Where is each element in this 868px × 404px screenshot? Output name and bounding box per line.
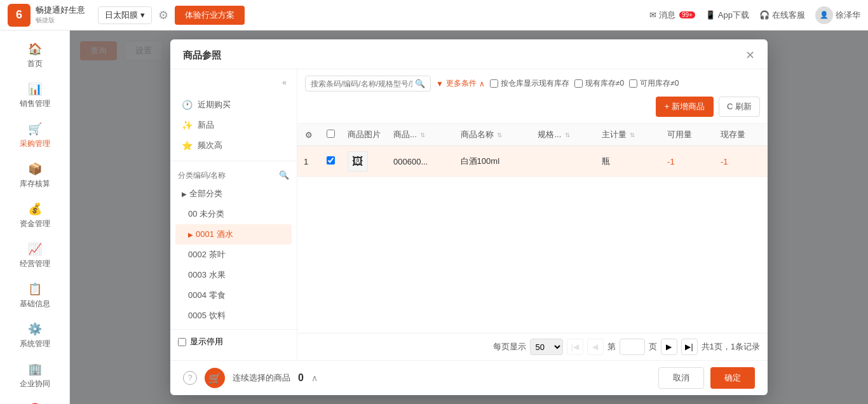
confirm-button[interactable]: 确定: [710, 367, 755, 389]
help-icon[interactable]: ?: [183, 371, 197, 385]
right-panel: 🔍 ▼ 更多条件 ∧ 按仓库显示现有库存: [297, 69, 768, 360]
td-checkbox-0[interactable]: [320, 146, 341, 177]
category-item-0[interactable]: ▶全部分类: [175, 184, 292, 204]
online-service-label: 在线客服: [772, 10, 805, 21]
pagination: 每页显示 2050100 |◀ ◀ 第 1 页 ▶ ▶| 共1页，1条记录: [297, 333, 768, 360]
table-body: 1 🖼 000600... 白酒100ml 瓶 -1 -1: [297, 146, 768, 177]
available-stock-checkbox[interactable]: 现有库存≠0: [574, 78, 624, 89]
add-product-button[interactable]: + 新增商品: [656, 97, 714, 117]
sidebar-item-5[interactable]: 📈经营管理: [0, 236, 69, 276]
sidebar-item-0[interactable]: 🏠首页: [0, 36, 69, 76]
row-checkbox-0[interactable]: [327, 156, 335, 165]
modal-title: 商品参照: [183, 50, 221, 62]
user-nav-item[interactable]: 👤 徐泽华: [815, 6, 860, 24]
category-item-1[interactable]: 00 未分类: [175, 204, 292, 224]
quick-icon-0: 🕐: [182, 100, 193, 110]
th-spec[interactable]: 规格... ⇅: [531, 124, 595, 146]
trial-button[interactable]: 体验行业方案: [175, 6, 245, 25]
category-label-4: 0003 水果: [188, 269, 226, 281]
sidebar-item-2[interactable]: 🛒采购管理: [0, 116, 69, 156]
quick-item-2[interactable]: ⭐频次高: [175, 135, 292, 156]
quick-item-0[interactable]: 🕐近期购买: [175, 95, 292, 115]
sidebar-icon-8: 🏢: [28, 362, 42, 376]
select-all-checkbox[interactable]: [327, 130, 335, 138]
th-name[interactable]: 商品名称 ⇅: [454, 124, 532, 146]
collapse-footer-button[interactable]: ∧: [311, 373, 318, 383]
footer-right: 取消 确定: [658, 367, 755, 389]
nav-selector[interactable]: 日太阳膜 ▾: [98, 6, 152, 24]
cancel-button[interactable]: 取消: [658, 367, 704, 389]
more-filter-button[interactable]: ▼ 更多条件 ∧: [436, 78, 485, 89]
sidebar-icon-3: 📦: [28, 162, 42, 176]
product-search-input[interactable]: [311, 79, 412, 88]
th-unit[interactable]: 主计量 ⇅: [595, 124, 661, 146]
category-label-2: 0001 酒水: [196, 229, 233, 240]
quick-item-1[interactable]: ✨新品: [175, 115, 292, 135]
th-code[interactable]: 商品... ⇅: [387, 124, 454, 146]
products-table: ⚙ 商品图片 商品... ⇅ 商品名称 ⇅ 规格... ⇅ 主计量 ⇅ 可用量: [297, 124, 768, 177]
sidebar-item-1[interactable]: 📊销售管理: [0, 76, 69, 116]
sidebar-item-9[interactable]: 🎯新手引导: [0, 396, 69, 404]
table-wrapper: ⚙ 商品图片 商品... ⇅ 商品名称 ⇅ 规格... ⇅ 主计量 ⇅ 可用量: [297, 124, 768, 333]
category-item-6[interactable]: 0005 饮料: [175, 306, 292, 326]
page-input[interactable]: 1: [620, 339, 645, 355]
online-service-nav-item[interactable]: 🎧 在线客服: [759, 10, 805, 21]
next-page-button[interactable]: ▶: [661, 339, 677, 355]
first-page-button[interactable]: |◀: [567, 339, 583, 355]
sidebar-label-8: 企业协同: [20, 379, 50, 389]
brand-name: 畅捷通好生意: [36, 5, 85, 16]
avatar-icon: 👤: [820, 11, 829, 19]
category-search-input[interactable]: [178, 171, 276, 180]
sidebar-label-6: 基础信息: [20, 299, 50, 309]
category-item-3[interactable]: 0002 茶叶: [175, 245, 292, 265]
selected-label: 连续选择的商品: [233, 372, 290, 384]
refresh-button[interactable]: C 刷新: [719, 97, 760, 117]
sidebar-item-3[interactable]: 📦库存核算: [0, 156, 69, 196]
category-label-1: 00 未分类: [188, 208, 224, 220]
category-item-4[interactable]: 0003 水果: [175, 265, 292, 285]
category-label-6: 0005 饮料: [188, 310, 226, 321]
avatar: 👤: [815, 6, 833, 24]
app-download-nav-item[interactable]: 📱 App下载: [705, 10, 749, 21]
td-name-0: 白酒100ml: [454, 146, 532, 177]
left-panel-top: «: [170, 76, 297, 95]
filter-label: 更多条件: [446, 78, 477, 89]
sidebar-item-6[interactable]: 📋基础信息: [0, 276, 69, 316]
display-stopped-checkbox[interactable]: [178, 338, 186, 346]
stock-by-warehouse-checkbox[interactable]: 按仓库显示现有库存: [490, 78, 569, 89]
category-item-5[interactable]: 0004 零食: [175, 285, 292, 306]
th-available[interactable]: 可用量: [661, 124, 714, 146]
logo-area: 6 畅捷通好生意 畅捷版: [8, 4, 85, 27]
username: 徐泽华: [836, 10, 860, 21]
sidebar-item-7[interactable]: ⚙️系统管理: [0, 316, 69, 356]
sidebar-item-4[interactable]: 💰资金管理: [0, 196, 69, 236]
content-area: 查询 设置 刷新 商品参照 ✕ «: [70, 30, 868, 404]
prev-page-button[interactable]: ◀: [587, 339, 604, 355]
th-stock[interactable]: 现存量: [714, 124, 768, 146]
category-search-icon[interactable]: 🔍: [279, 170, 289, 180]
display-stopped-label: 显示停用: [190, 336, 223, 347]
last-page-button[interactable]: ▶|: [681, 339, 698, 355]
message-badge: 99+: [679, 11, 695, 18]
product-search-icon[interactable]: 🔍: [415, 79, 425, 88]
stock-by-warehouse-label: 按仓库显示现有库存: [501, 78, 569, 89]
table-row[interactable]: 1 🖼 000600... 白酒100ml 瓶 -1 -1: [297, 146, 768, 177]
sidebar-item-8[interactable]: 🏢企业协同: [0, 356, 69, 396]
usable-stock-checkbox[interactable]: 可用库存≠0: [629, 78, 679, 89]
modal-overlay: 商品参照 ✕ « 🕐近期购买✨新品⭐频次高: [70, 30, 868, 404]
modal-body: « 🕐近期购买✨新品⭐频次高 🔍 ▶全部分类00 未分类▶0001 酒水0002…: [170, 69, 768, 360]
app-download-label: App下载: [718, 10, 749, 21]
per-page-select[interactable]: 2050100: [530, 339, 563, 355]
settings-icon[interactable]: ⚙: [158, 8, 168, 22]
available-stock-label: 现有库存≠0: [585, 78, 624, 89]
category-item-2[interactable]: ▶0001 酒水: [175, 224, 292, 245]
brand-info: 畅捷通好生意 畅捷版: [36, 5, 85, 25]
modal-close-button[interactable]: ✕: [745, 48, 755, 62]
selected-count: 0: [298, 372, 304, 384]
message-icon: ✉: [649, 10, 656, 20]
sidebar-label-0: 首页: [27, 58, 43, 69]
quick-icon-1: ✨: [182, 120, 193, 130]
sidebar-icon-1: 📊: [28, 82, 42, 96]
messages-nav-item[interactable]: ✉ 消息 99+: [649, 10, 695, 21]
collapse-left-button[interactable]: «: [280, 76, 289, 90]
